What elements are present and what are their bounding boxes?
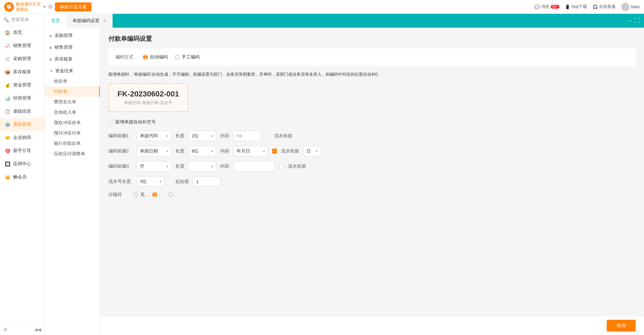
prefix2-serial-checkbox[interactable]: ✓ (272, 149, 277, 153)
prefix2-content-label: 内容 (220, 148, 229, 154)
prefix1-label: 编码前缀1 (108, 133, 133, 139)
sidebar-item-basic[interactable]: 📋 基础信息 (0, 105, 45, 118)
system-icon: ⚙️ (5, 122, 10, 127)
prefix3-content-input (233, 161, 275, 171)
download-icon: 📱 (565, 4, 570, 9)
sub-child-receivable-payable[interactable]: 应收应付调整单 (45, 149, 100, 159)
sidebar-item-enterprise[interactable]: 🤝 企业协同 (0, 131, 45, 144)
top-bar-left: 畅 畅捷通好生意 旗舰版 ▾ ⚙ 体验行业方案 (4, 2, 92, 12)
tab-close-encoding[interactable]: ✕ (103, 18, 106, 23)
page-content: 付款单编码设置 编码方式 自动编码 (100, 28, 644, 316)
finance-icon: 💰 (5, 82, 10, 88)
sep-none-dot (133, 192, 138, 197)
sep-dash-radio[interactable]: - (152, 192, 161, 197)
tab-minimize-icon[interactable]: ─ (628, 18, 632, 24)
sub-sidebar: ▶ 采购管理 ▶ 销售管理 ▶ 库存核算 (45, 28, 100, 335)
prefix2-chevron: ▾ (166, 149, 168, 153)
tab-maximize-icon[interactable]: ⛶ (634, 18, 640, 24)
auto-radio-dot (143, 55, 148, 59)
code-preview-main: FK-20230602-001 (117, 90, 179, 99)
dropdown-arrow[interactable]: ▾ (44, 4, 46, 9)
sub-child-prepay-payable[interactable]: 预付冲应付单 (45, 128, 100, 138)
message-badge: 99+ (551, 5, 559, 9)
settings-icon[interactable]: ⚙ (48, 3, 53, 10)
tab-home[interactable]: 首页 (45, 14, 66, 28)
user-info[interactable]: Nare (621, 3, 640, 11)
top-bar-controls: ▾ ⚙ 体验行业方案 (44, 2, 92, 11)
sidebar-item-vip[interactable]: 👑 畅会员 (0, 170, 45, 184)
sub-child-other-income[interactable]: 其他收入单 (45, 107, 100, 118)
sidebar-item-home[interactable]: 🏠 首页 (0, 26, 45, 39)
sub-child-receipt[interactable]: 收款单 (45, 76, 100, 86)
save-button[interactable]: 保存 (607, 320, 636, 332)
auto-radio[interactable]: 自动编码 (143, 54, 168, 60)
content-area: 首页 单据编码设置 ✕ ─ ⛶ ▶ 采购管理 (45, 14, 644, 335)
serial-length-select[interactable]: 3位 ▾ (137, 176, 164, 187)
prefix1-serial-label: 流水依据 (274, 133, 292, 139)
prefix2-select[interactable]: 单据日期 ▾ (137, 146, 171, 156)
prefix1-chevron: ▾ (166, 134, 168, 138)
collapse-icon[interactable]: ◀◀ (34, 327, 41, 332)
sales-icon: 📈 (5, 43, 10, 48)
sub-group-sales: ▶ 销售管理 (45, 42, 100, 53)
prefix1-length-label: 长度 (175, 133, 184, 139)
prefix2-day-chevron: ▾ (316, 149, 317, 153)
sub-child-expense[interactable]: 费用支出单 (45, 97, 100, 107)
prefix2-length-select[interactable]: 8位 ▾ (189, 146, 216, 156)
sub-child-payment[interactable]: 付款单 (45, 86, 100, 97)
encoding-method-card: 编码方式 自动编码 手工编码 (108, 48, 636, 66)
sidebar-item-sales[interactable]: 📈 销售管理 (0, 39, 45, 52)
message-btn[interactable]: 💬 消息 99+ (535, 4, 559, 10)
prefix3-serial-checkbox[interactable] (279, 164, 284, 169)
prefix2-content-select[interactable]: 年月日 ▾ (233, 146, 268, 156)
prefix3-chevron: ▾ (166, 165, 168, 168)
manual-radio[interactable]: 手工编码 (175, 54, 200, 60)
sub-group-sales-title[interactable]: ▶ 销售管理 (45, 42, 100, 53)
sub-group-capital-title[interactable]: ▼ 资金往来 (45, 66, 100, 76)
basic-icon: 📋 (5, 109, 10, 114)
chevron-down-icon: ▼ (50, 69, 53, 73)
prefix3-select[interactable]: 空 ▾ (137, 161, 171, 171)
sidebar-item-apps[interactable]: 🔲 应用中心 (0, 157, 45, 170)
sidebar-item-guide[interactable]: 🎯 新手引导 (0, 144, 45, 157)
chevron-right-icon2: ▶ (50, 46, 52, 49)
bottom-bar: 保存 (100, 316, 644, 335)
sidebar-item-purchase[interactable]: 🛒 采购管理 (0, 52, 45, 65)
prefix1-select[interactable]: 单据代码 ▾ (137, 131, 171, 141)
start-value-input[interactable]: 1 (193, 176, 221, 187)
prefix2-day-select[interactable]: 日 ▾ (303, 146, 320, 156)
service-btn[interactable]: 🎧 在线客服 (593, 4, 616, 10)
sub-group-purchase-title[interactable]: ▶ 采购管理 (45, 30, 100, 41)
prefix1-serial-checkbox[interactable] (265, 133, 270, 138)
auto-fill-checkbox[interactable] (108, 120, 113, 124)
sidebar-item-operation[interactable]: 📊 经营管理 (0, 92, 45, 105)
sub-child-bank-deposit[interactable]: 银行存取款单 (45, 138, 100, 149)
tab-bar-right: ─ ⛶ (628, 18, 644, 24)
encoding-method-group: 编码方式 自动编码 手工编码 (115, 54, 629, 60)
sub-child-prepay-receivable[interactable]: 预收冲应收单 (45, 118, 100, 128)
sidebar-search[interactable]: 🔍 搜索菜单 (0, 14, 45, 26)
sep-none-radio[interactable]: 无 (133, 192, 145, 198)
sidebar-item-finance[interactable]: 💰 资金管理 (0, 78, 45, 92)
sidebar-item-system[interactable]: ⚙️ 系统管理 (0, 118, 45, 131)
prefix3-length-select[interactable]: ▾ (189, 161, 216, 171)
tab-encoding[interactable]: 单据编码设置 ✕ (66, 14, 113, 28)
top-bar: 畅 畅捷通好生意 旗舰版 ▾ ⚙ 体验行业方案 💬 消息 99+ 📱 App下载… (0, 0, 644, 14)
sep-dash-dot (152, 192, 157, 197)
download-btn[interactable]: 📱 App下载 (565, 4, 587, 10)
start-value-label: 起始值 (175, 178, 189, 185)
inventory-icon: 📦 (5, 69, 10, 75)
prefix3-serial-label: 流水依据 (288, 163, 306, 169)
sub-group-stock-title[interactable]: ▶ 库存核算 (45, 54, 100, 64)
top-bar-right: 💬 消息 99+ 📱 App下载 🎧 在线客服 Nare (535, 3, 640, 11)
main-layout: 🔍 搜索菜单 🏠 首页 📈 销售管理 🛒 采购管理 📦 库存核算 💰 资金管理 … (0, 14, 644, 335)
settings-bottom-icon[interactable]: ⚙ (3, 327, 8, 332)
prefix2-length-chevron: ▾ (211, 149, 213, 153)
sidebar-item-inventory[interactable]: 📦 库存核算 (0, 65, 45, 78)
trial-btn[interactable]: 体验行业方案 (55, 2, 92, 11)
sep-dot-radio[interactable]: . (168, 192, 176, 197)
prefix2-serial-label: 流水依据 (281, 148, 299, 154)
separator-label: 分隔符 (108, 192, 129, 198)
sidebar-bottom: ⚙ ◀◀ (0, 324, 45, 335)
prefix1-length-select[interactable]: 2位 ▾ (189, 131, 216, 141)
